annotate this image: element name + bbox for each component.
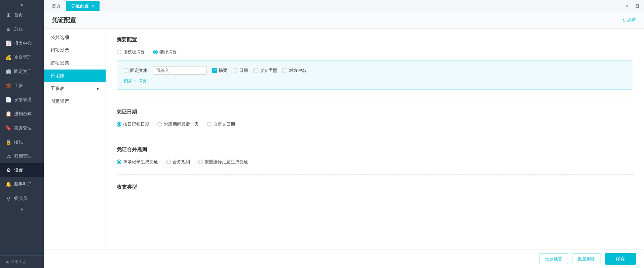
abstract-option-template[interactable]: 按模板摘要	[117, 49, 145, 55]
section-voucher-date: 凭证日期 按日记账日期 对应期间最后一天 自定义日期	[117, 109, 633, 137]
salary-icon: 💼	[5, 83, 11, 89]
merge-option-merge[interactable]: 合并规则	[166, 159, 190, 165]
sidebar-item-label: 工资	[14, 83, 23, 89]
abstract-option-template-label: 按模板摘要	[123, 49, 145, 55]
radio-journal-date[interactable]	[117, 122, 121, 127]
voucher-date-radio-group: 按日记账日期 对应期间最后一天 自定义日期	[117, 121, 633, 127]
sidebar-item-label: 资金管理	[14, 54, 32, 60]
sidebar-item-archive[interactable]: 🗂 归档管理	[0, 149, 44, 163]
sidebar-item-funds[interactable]: 💰 资金管理	[0, 50, 44, 64]
sidebar-scroll-up[interactable]: ▲	[0, 0, 44, 8]
radio-select-summary[interactable]	[198, 160, 203, 164]
checkbox-abstract-box[interactable]: ✓	[212, 68, 217, 73]
date-option-last-day[interactable]: 对应期间最后一天	[157, 121, 199, 127]
tab-action-close-button[interactable]: ×	[624, 2, 631, 10]
report-icon: 📈	[5, 40, 11, 46]
left-nav-item-public[interactable]: 公共选项	[44, 31, 106, 44]
left-nav-item-sales-invoice[interactable]: 销项发票	[44, 44, 106, 57]
sidebar-item-ledger[interactable]: ≡ 总账	[0, 22, 44, 36]
voucher-date-title: 凭证日期	[117, 109, 633, 115]
checkbox-date[interactable]: 日期	[233, 68, 248, 74]
tab-action-resize-button[interactable]: ⧉	[634, 2, 641, 10]
checkbox-income-type-label: 收支类型	[260, 68, 277, 74]
sidebar-item-tax[interactable]: 🔖 税务管理	[0, 121, 44, 135]
checkbox-income-type-box[interactable]	[253, 68, 258, 73]
section-abstract-config: 摘要配置 按模板摘要 选择摘要	[117, 37, 633, 99]
sidebar-unpin-button[interactable]: ◀ 取消固定	[0, 255, 44, 268]
guide-icon: 🔔	[5, 181, 11, 187]
merge-option-select-summary-label: 按照选择汇总生成凭证	[204, 159, 248, 165]
sidebar-item-label: 总账	[14, 26, 23, 32]
sidebar-item-guide[interactable]: 🔔 新手引导	[0, 177, 44, 191]
checkbox-counterpart-box[interactable]	[282, 68, 287, 73]
radio-select[interactable]	[153, 50, 158, 54]
sidebar-item-label: 进销台账	[14, 111, 32, 117]
radio-custom-date[interactable]	[207, 122, 212, 127]
abstract-config-title: 摘要配置	[117, 37, 633, 43]
checkbox-abstract[interactable]: ✓ 摘要	[212, 68, 227, 74]
sidebar-item-invoice-mgmt[interactable]: 📄 发票管理	[0, 93, 44, 107]
date-option-custom[interactable]: 自定义日期	[207, 121, 235, 127]
unpin-label: 取消固定	[10, 259, 27, 265]
sidebar-item-label: 设置	[14, 167, 23, 173]
sidebar-item-salary[interactable]: 💼 工资	[0, 79, 44, 93]
refresh-icon: ↻	[622, 18, 626, 23]
expand-icon: ▾	[97, 86, 99, 91]
example-value: 摘要	[138, 78, 147, 83]
left-nav-item-payroll[interactable]: 工资表 ▾	[44, 82, 106, 95]
left-nav-item-journal[interactable]: 日记账	[44, 70, 106, 82]
left-nav-item-fixed-assets[interactable]: 固定资产	[44, 95, 106, 108]
sidebar-scroll-down[interactable]: ▼	[0, 206, 44, 214]
checkbox-income-type[interactable]: 收支类型	[253, 68, 277, 74]
main-area: 首页 凭证配置 × × ⧉ 凭证配置 ↻ 刷新 公共选项	[44, 0, 644, 268]
tab-home[interactable]: 首页	[46, 1, 66, 11]
sidebar-item-home[interactable]: ⊞ 首页	[0, 8, 44, 22]
sidebar-item-label: 结账	[14, 139, 23, 145]
sidebar-item-label: 新手引导	[14, 181, 32, 187]
sidebar: ▲ ⊞ 首页 ≡ 总账 📈 报表中心 💰 资金管理 🏢 固定资产 💼 工资 📄 …	[0, 0, 44, 268]
radio-template[interactable]	[117, 50, 121, 54]
left-nav-label: 固定资产	[50, 98, 69, 104]
abstract-config-box: 固定文本 ✓ 摘要 日期	[117, 60, 633, 90]
sidebar-item-report[interactable]: 📈 报表中心	[0, 36, 44, 50]
sidebar-item-label: 固定资产	[14, 69, 32, 75]
checkbox-fixed-text[interactable]: 固定文本	[124, 68, 148, 74]
radio-single[interactable]	[117, 160, 121, 164]
radio-merge[interactable]	[166, 160, 171, 164]
left-nav-label: 进项发票	[50, 60, 69, 66]
home-icon: ⊞	[5, 12, 11, 18]
checkbox-date-box[interactable]	[233, 68, 237, 73]
tab-voucher-config[interactable]: 凭证配置 ×	[66, 1, 100, 11]
date-option-journal[interactable]: 按日记账日期	[117, 121, 149, 127]
save-button[interactable]: 保存	[605, 253, 636, 265]
tab-voucher-config-label: 凭证配置	[71, 3, 89, 9]
checkbox-fixed-text-box[interactable]	[124, 68, 128, 73]
sidebar-item-close[interactable]: 🔒 结账	[0, 135, 44, 149]
bottom-bar: 更新预置 批量删除 保存	[44, 250, 644, 268]
checkbox-counterpart[interactable]: 对方户名	[282, 68, 306, 74]
merge-option-single-label: 单条记录生成凭证	[123, 159, 158, 165]
sidebar-item-vip[interactable]: V 畅会员	[0, 191, 44, 206]
update-preview-button[interactable]: 更新预置	[539, 254, 568, 264]
tax-icon: 🔖	[5, 125, 11, 131]
batch-delete-button[interactable]: 批量删除	[572, 254, 601, 264]
checkbox-fixed-text-label: 固定文本	[130, 68, 148, 74]
archive-icon: 🗂	[5, 153, 11, 159]
sidebar-item-settings[interactable]: ⚙ 设置	[0, 163, 44, 177]
abstract-option-select[interactable]: 选择摘要	[153, 49, 177, 55]
fixed-text-input[interactable]	[153, 66, 207, 75]
abstract-option-select-label: 选择摘要	[159, 49, 177, 55]
radio-last-day[interactable]	[157, 122, 162, 127]
merge-option-single[interactable]: 单条记录生成凭证	[117, 159, 158, 165]
tab-home-label: 首页	[52, 3, 61, 9]
date-option-custom-label: 自定义日期	[213, 121, 235, 127]
refresh-button[interactable]: ↻ 刷新	[622, 17, 636, 23]
merge-option-select-summary[interactable]: 按照选择汇总生成凭证	[198, 159, 248, 165]
left-nav-item-purchase-invoice[interactable]: 进项发票	[44, 57, 106, 70]
sidebar-item-sales-ledger[interactable]: 📋 进销台账	[0, 107, 44, 121]
sidebar-item-fixed-assets[interactable]: 🏢 固定资产	[0, 64, 44, 79]
tab-close-icon[interactable]: ×	[92, 4, 94, 8]
page-header: 凭证配置 ↻ 刷新	[44, 12, 644, 29]
ledger-icon: ≡	[5, 27, 11, 32]
tab-actions: × ⧉	[624, 2, 641, 10]
